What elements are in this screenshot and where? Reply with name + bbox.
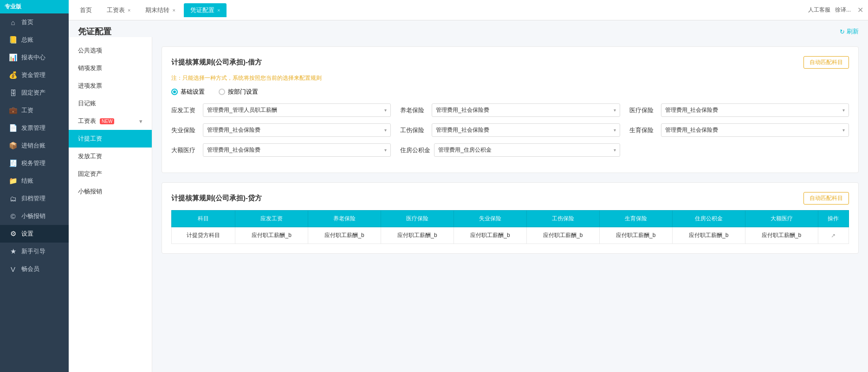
tab-home[interactable]: 首页 — [73, 3, 98, 17]
left-nav-pay-label: 发放工资 — [78, 152, 102, 160]
left-nav-pay-salary[interactable]: 发放工资 — [69, 148, 152, 165]
radio-basic-label: 基础设置 — [181, 88, 205, 96]
injury-select[interactable]: 管理费用_社会保险费 ▾ — [432, 123, 620, 137]
medical-select[interactable]: 管理费用_社会保险费 ▾ — [661, 103, 849, 117]
credit-auto-match-button[interactable]: 自动匹配科目 — [803, 192, 849, 205]
injury-select-value: 管理费用_社会保险费 — [436, 126, 489, 134]
field-large-medical: 大额医疗 管理费用_社会保险费 ▾ — [171, 143, 391, 157]
unemployment-select[interactable]: 管理费用_社会保险费 ▾ — [203, 123, 391, 137]
col-pension: 养老保险 — [308, 211, 381, 227]
main-panel: 计提核算规则(公司承担)-借方 自动匹配科目 注：只能选择一种方式，系统将按照您… — [152, 37, 868, 372]
tab-salary-table[interactable]: 工资表 × — [100, 3, 137, 17]
left-nav-purchase[interactable]: 进项发票 — [69, 77, 152, 95]
row-edit-icon[interactable]: ↗ — [831, 232, 836, 239]
field-maternity: 生育保险 管理费用_社会保险费 ▾ — [629, 123, 849, 137]
debit-section-header: 计提核算规则(公司承担)-借方 自动匹配科目 — [171, 56, 849, 69]
large-medical-select-arrow: ▾ — [384, 148, 387, 153]
sidebar-item-invoice[interactable]: 📄 发票管理 — [0, 119, 69, 137]
tab-voucher-config[interactable]: 凭证配置 × — [184, 3, 227, 17]
debit-form-row-3: 大额医疗 管理费用_社会保险费 ▾ 住房公积金 管理费用_住房公积金 ▾ — [171, 143, 849, 157]
user-label[interactable]: 徐译... — [835, 6, 851, 14]
cell-action[interactable]: ↗ — [818, 227, 849, 244]
left-nav-fixed-assets[interactable]: 固定资产 — [69, 165, 152, 183]
sidebar-item-inventory[interactable]: 📦 进销台账 — [0, 137, 69, 154]
housing-select-arrow: ▾ — [614, 148, 616, 153]
table-header-row: 科目 应发工资 养老保险 医疗保险 失业保险 工伤保险 生育保险 住房公积金 大… — [172, 211, 849, 227]
sidebar-item-member-label: 畅会员 — [21, 265, 39, 273]
sidebar-item-salary[interactable]: 💼 工资 — [0, 102, 69, 119]
field-pension: 养老保险 管理费用_社会保险费 ▾ — [400, 103, 620, 117]
pension-select[interactable]: 管理费用_社会保险费 ▾ — [432, 103, 620, 117]
help-label[interactable]: 人工客服 — [808, 6, 830, 14]
sidebar-item-assets[interactable]: 🗄 固定资产 — [0, 84, 69, 102]
tab-period-close[interactable]: 期末结转 × — [139, 3, 181, 17]
left-nav-salary-table[interactable]: 工资表 NEW ▾ — [69, 112, 152, 130]
pension-label: 养老保险 — [400, 106, 428, 115]
left-nav-journal-label: 日记账 — [78, 99, 96, 108]
left-nav-purchase-label: 进项发票 — [78, 82, 102, 90]
sidebar-item-reports[interactable]: 📊 报表中心 — [0, 49, 69, 66]
credit-section: 计提核算规则(公司承担)-贷方 自动匹配科目 科目 应发工资 养老保险 医疗保险… — [162, 182, 859, 254]
invoice-icon: 📄 — [8, 124, 18, 132]
top-right-area: 人工客服 徐译... — [808, 6, 851, 14]
tab-salary-label: 工资表 — [107, 6, 125, 14]
housing-select[interactable]: 管理费用_住房公积金 ▾ — [434, 143, 620, 157]
sidebar-item-home[interactable]: ⌂ 首页 — [0, 13, 69, 31]
left-nav-expense-report[interactable]: 小畅报销 — [69, 183, 152, 200]
col-action: 操作 — [818, 211, 849, 227]
debit-warning-text: 注：只能选择一种方式，系统将按照您当前的选择来配置规则 — [171, 74, 849, 82]
pension-select-value: 管理费用_社会保险费 — [436, 106, 489, 114]
tab-period-close-btn[interactable]: × — [172, 7, 175, 13]
assets-icon: 🗄 — [8, 89, 18, 97]
sidebar-item-guide[interactable]: ★ 新手引导 — [0, 243, 69, 260]
closing-icon: 📁 — [8, 177, 18, 185]
sidebar-item-tax[interactable]: 🧾 税务管理 — [0, 154, 69, 172]
housing-select-value: 管理费用_住房公积金 — [438, 146, 492, 154]
left-nav: 公共选项 销项发票 进项发票 日记账 工资表 NEW ▾ 计提工资 发放工资 — [69, 37, 152, 372]
tab-voucher-close[interactable]: × — [217, 7, 220, 13]
sidebar-item-archive-label: 归档管理 — [21, 194, 45, 203]
radio-basic-circle — [171, 89, 178, 95]
radio-department[interactable]: 按部门设置 — [219, 88, 258, 96]
sidebar-item-finance-label: 资金管理 — [21, 71, 45, 79]
sidebar-item-ledger[interactable]: 📒 总账 — [0, 31, 69, 49]
radio-basic[interactable]: 基础设置 — [171, 88, 205, 96]
col-medical: 医疗保险 — [381, 211, 454, 227]
cell-injury: 应付职工薪酬_b — [526, 227, 599, 244]
home-icon: ⌂ — [8, 19, 18, 26]
refresh-icon: ↻ — [840, 28, 845, 35]
sidebar-item-settings[interactable]: ⚙ 设置 — [0, 225, 69, 243]
sidebar-item-closing-label: 结账 — [21, 177, 33, 185]
salary-select[interactable]: 管理费用_管理人员职工薪酬 ▾ — [203, 103, 391, 117]
sidebar-item-member[interactable]: V 畅会员 — [0, 260, 69, 278]
page-title: 凭证配置 — [78, 26, 111, 37]
sidebar-item-guide-label: 新手引导 — [21, 247, 45, 256]
tab-salary-close[interactable]: × — [128, 7, 130, 13]
left-nav-sales[interactable]: 销项发票 — [69, 59, 152, 77]
sidebar-item-archive[interactable]: 🗂 归档管理 — [0, 190, 69, 207]
left-nav-journal[interactable]: 日记账 — [69, 95, 152, 112]
window-close-icon[interactable]: ✕ — [857, 6, 863, 14]
debit-auto-match-button[interactable]: 自动匹配科目 — [803, 56, 849, 69]
left-nav-public[interactable]: 公共选项 — [69, 42, 152, 59]
injury-select-arrow: ▾ — [614, 128, 616, 133]
col-unemployment: 失业保险 — [453, 211, 526, 227]
sidebar-item-home-label: 首页 — [21, 18, 33, 26]
salary-select-arrow: ▾ — [384, 108, 387, 113]
medical-label: 医疗保险 — [629, 106, 657, 115]
large-medical-select-value: 管理费用_社会保险费 — [207, 146, 260, 154]
reports-icon: 📊 — [8, 53, 18, 62]
left-nav-calc-salary[interactable]: 计提工资 — [69, 130, 152, 148]
tax-icon: 🧾 — [8, 159, 18, 167]
sidebar-item-finance[interactable]: 💰 资金管理 — [0, 66, 69, 84]
inventory-icon: 📦 — [8, 141, 18, 150]
sidebar-item-expense[interactable]: © 小畅报销 — [0, 207, 69, 225]
debit-radio-group: 基础设置 按部门设置 — [171, 88, 849, 96]
sidebar-item-closing[interactable]: 📁 结账 — [0, 172, 69, 190]
large-medical-select[interactable]: 管理费用_社会保险费 ▾ — [203, 143, 391, 157]
maternity-select[interactable]: 管理费用_社会保险费 ▾ — [661, 123, 849, 137]
refresh-button[interactable]: ↻ 刷新 — [840, 27, 859, 36]
sidebar-item-salary-label: 工资 — [21, 106, 33, 115]
finance-icon: 💰 — [8, 71, 18, 79]
debit-form-row-1: 应发工资 管理费用_管理人员职工薪酬 ▾ 养老保险 管理费用_社会保险费 ▾ — [171, 103, 849, 117]
